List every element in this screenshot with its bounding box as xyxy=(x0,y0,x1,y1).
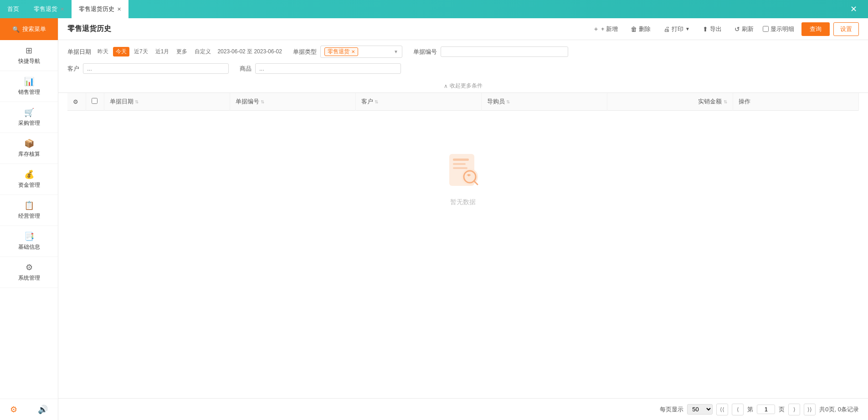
sidebar-item-finance[interactable]: 💰 资金管理 xyxy=(0,164,58,195)
th-number[interactable]: 单据编号 ⇅ xyxy=(230,93,355,111)
export-icon: ⬆ xyxy=(703,26,708,33)
window-close-button[interactable]: ✕ xyxy=(847,2,861,16)
th-customer[interactable]: 客户 ⇅ xyxy=(355,93,481,111)
svg-rect-3 xyxy=(453,167,467,169)
table-empty-cell: 暂无数据 xyxy=(67,111,859,243)
svg-rect-1 xyxy=(453,159,469,161)
date-opt-custom[interactable]: 自定义 xyxy=(192,47,214,56)
first-page-button[interactable]: ⟨⟨ xyxy=(716,404,728,415)
date-opt-yesterday[interactable]: 昨天 xyxy=(95,47,111,56)
print-icon: 🖨 xyxy=(663,26,670,33)
th-amount[interactable]: 实销金额 ⇅ xyxy=(607,93,733,111)
page-label: 第 xyxy=(747,405,753,414)
tab-retail-return-close[interactable]: ✕ xyxy=(60,6,64,12)
empty-state: 暂无数据 xyxy=(67,111,859,243)
system-icon: ⚙ xyxy=(26,262,33,272)
sidebar-item-purchase[interactable]: 🛒 采购管理 xyxy=(0,102,58,133)
empty-illustration xyxy=(440,147,486,193)
type-select-arrow: ▼ xyxy=(394,49,398,54)
new-button[interactable]: ＋ + 新增 xyxy=(589,23,621,35)
select-all-checkbox[interactable] xyxy=(92,98,98,104)
voucher-input[interactable] xyxy=(441,46,568,57)
th-guide[interactable]: 导购员 ⇅ xyxy=(481,93,607,111)
sidebar: 🔍 搜索菜单 ⊞ 快捷导航 📊 销售管理 🛒 采购管理 📦 库存核算 💰 资金管… xyxy=(0,18,58,420)
inventory-icon: 📦 xyxy=(24,138,34,149)
tab-retail-return-history-close[interactable]: ✕ xyxy=(117,6,121,12)
customer-input[interactable] xyxy=(83,63,229,74)
refresh-button[interactable]: ↺ 刷新 xyxy=(731,23,757,35)
query-button[interactable]: 查询 xyxy=(801,22,830,36)
th-date-sort[interactable]: ⇅ xyxy=(135,99,139,104)
show-detail-checkbox-label[interactable]: 显示明细 xyxy=(763,25,794,33)
tab-retail-return-history[interactable]: 零售退货历史 ✕ xyxy=(72,0,128,18)
search-menu-label: 搜索菜单 xyxy=(22,25,46,33)
th-number-sort[interactable]: ⇅ xyxy=(261,99,264,104)
pagination-bar: 每页显示 20 50 100 ⟨⟨ ⟨ 第 页 ⟩ ⟩⟩ 共0页, 0条记录 xyxy=(58,398,868,420)
tab-retail-return-history-label: 零售退货历史 xyxy=(79,5,114,13)
tab-home[interactable]: 首页 xyxy=(0,0,26,18)
search-menu[interactable]: 🔍 搜索菜单 xyxy=(0,18,58,40)
type-tag-close[interactable]: ✕ xyxy=(351,49,355,54)
type-filter: 单据类型 零售退货 ✕ ▼ xyxy=(293,46,402,58)
show-detail-label: 显示明细 xyxy=(770,25,794,33)
th-date[interactable]: 单据日期 ⇅ xyxy=(104,93,230,111)
page-number-input[interactable] xyxy=(757,405,775,414)
search-icon: 🔍 xyxy=(12,26,20,33)
page-size-select[interactable]: 20 50 100 xyxy=(687,404,713,415)
table-empty-row: 暂无数据 xyxy=(67,111,859,243)
date-opt-7days[interactable]: 近7天 xyxy=(131,47,151,56)
date-filter: 单据日期 昨天 今天 近7天 近1月 更多 自定义 2023-06-02 至 2… xyxy=(67,47,282,56)
th-guide-sort[interactable]: ⇅ xyxy=(506,99,510,104)
goods-input[interactable] xyxy=(255,63,401,74)
sidebar-item-system[interactable]: ⚙ 系统管理 xyxy=(0,257,58,288)
tab-home-label: 首页 xyxy=(7,5,19,13)
settings-button[interactable]: 设置 xyxy=(833,22,859,36)
table-header-row: ⚙ 单据日期 ⇅ 单据编号 ⇅ xyxy=(67,93,859,111)
th-date-label: 单据日期 xyxy=(110,98,134,105)
delete-button[interactable]: 🗑 删除 xyxy=(627,23,654,35)
sidebar-item-sales[interactable]: 📊 销售管理 xyxy=(0,71,58,102)
next-page-button[interactable]: ⟩ xyxy=(788,404,800,415)
sidebar-item-system-label: 系统管理 xyxy=(18,274,40,282)
top-bar-right: ✕ xyxy=(847,2,868,16)
page-title: 零售退货历史 xyxy=(67,24,589,34)
top-bar: 首页 零售退货 ✕ 零售退货历史 ✕ ✕ xyxy=(0,0,868,18)
settings-bottom-icon[interactable]: ⚙ xyxy=(10,405,17,415)
collapse-label: 收起更多条件 xyxy=(450,82,483,90)
print-button[interactable]: 🖨 打印 ▼ xyxy=(660,23,693,35)
last-page-button[interactable]: ⟩⟩ xyxy=(804,404,816,415)
collapse-bar[interactable]: ∧ 收起更多条件 xyxy=(67,79,859,92)
sidebar-item-quicknav[interactable]: ⊞ 快捷导航 xyxy=(0,40,58,71)
data-table: ⚙ 单据日期 ⇅ 单据编号 ⇅ xyxy=(67,93,859,243)
delete-icon: 🗑 xyxy=(631,26,637,33)
date-opt-1month[interactable]: 近1月 xyxy=(153,47,172,56)
sidebar-item-basic[interactable]: 📑 基础信息 xyxy=(0,226,58,257)
type-select[interactable]: 零售退货 ✕ ▼ xyxy=(320,46,402,58)
date-opt-today[interactable]: 今天 xyxy=(113,47,129,56)
date-options: 昨天 今天 近7天 近1月 更多 自定义 xyxy=(95,47,214,56)
sidebar-item-purchase-label: 采购管理 xyxy=(18,119,40,127)
column-settings-icon[interactable]: ⚙ xyxy=(73,98,78,105)
sidebar-item-inventory[interactable]: 📦 库存核算 xyxy=(0,133,58,164)
customer-filter: 客户 xyxy=(67,63,229,74)
filter-row-1: 单据日期 昨天 今天 近7天 近1月 更多 自定义 2023-06-02 至 2… xyxy=(67,46,859,58)
th-amount-label: 实销金额 xyxy=(698,98,722,105)
sidebar-item-operations[interactable]: 📋 经营管理 xyxy=(0,195,58,226)
date-opt-more[interactable]: 更多 xyxy=(174,47,190,56)
th-customer-sort[interactable]: ⇅ xyxy=(375,99,378,104)
refresh-label: 刷新 xyxy=(742,25,754,33)
voucher-filter-label: 单据编号 xyxy=(413,48,437,56)
tab-retail-return[interactable]: 零售退货 ✕ xyxy=(26,0,72,18)
show-detail-checkbox[interactable] xyxy=(763,26,769,32)
th-checkbox[interactable] xyxy=(86,93,104,111)
th-amount-sort[interactable]: ⇅ xyxy=(724,99,727,104)
sidebar-item-inventory-label: 库存核算 xyxy=(18,150,40,158)
operations-icon: 📋 xyxy=(24,200,34,210)
date-filter-label: 单据日期 xyxy=(67,48,91,56)
help-bottom-icon[interactable]: 🔊 xyxy=(38,405,48,415)
prev-page-button[interactable]: ⟨ xyxy=(732,404,744,415)
th-settings[interactable]: ⚙ xyxy=(67,93,86,111)
refresh-icon: ↺ xyxy=(734,26,740,33)
export-button[interactable]: ⬆ 导出 xyxy=(699,23,725,35)
main-layout: 🔍 搜索菜单 ⊞ 快捷导航 📊 销售管理 🛒 采购管理 📦 库存核算 💰 资金管… xyxy=(0,18,868,420)
